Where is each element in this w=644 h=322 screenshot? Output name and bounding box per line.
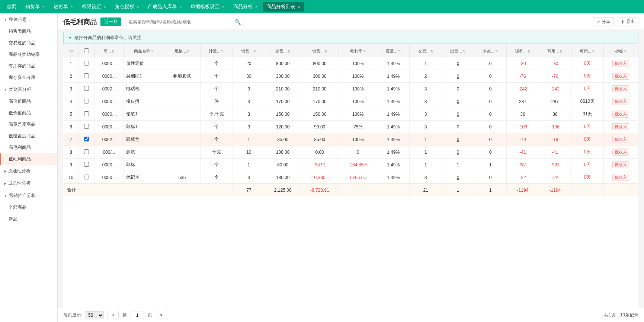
close-icon[interactable]: × xyxy=(298,5,300,9)
close-icon[interactable]: × xyxy=(137,5,139,9)
select-all-checkbox[interactable] xyxy=(84,48,89,53)
row-checkbox[interactable] xyxy=(79,108,94,121)
filter-recent-month-button[interactable]: 近一月 xyxy=(100,17,121,26)
nav-template-settings[interactable]: 单据模板设置 × xyxy=(187,2,228,12)
sidebar-item-traded-products[interactable]: 交易过的商品 xyxy=(0,37,57,49)
row-view1[interactable]: 0 xyxy=(442,83,474,95)
row-tag: 低收入 xyxy=(603,121,638,133)
sidebar-item-low-value[interactable]: 低价值商品 xyxy=(0,107,57,119)
sidebar-item-low-margin[interactable]: 低毛利商品 xyxy=(0,153,57,165)
row-checkbox[interactable] xyxy=(79,83,94,95)
nav-purchase-order[interactable]: 进货单 × xyxy=(50,2,77,12)
row-checkbox[interactable] xyxy=(79,95,94,108)
sidebar-group-liquidity-analysis[interactable]: ▶ 流通性分析 xyxy=(0,165,57,177)
sidebar-group-growth-analysis[interactable]: ▶ 成长性分析 xyxy=(0,177,57,189)
close-icon[interactable]: × xyxy=(42,5,45,9)
close-icon[interactable]: × xyxy=(255,5,257,9)
sidebar-item-all-products[interactable]: 全部商品 xyxy=(0,202,57,213)
page-size-select[interactable]: 20 50 100 xyxy=(85,311,104,319)
row-sales-qty: 3 xyxy=(233,95,265,108)
nav-product-analysis-list[interactable]: 商品分析列表 × xyxy=(263,2,304,12)
search-box: 🔍 xyxy=(125,18,244,26)
table-row: 7 0002... 鼠标垫 个 1 35.00 35.00 100% 1.49%… xyxy=(63,133,638,146)
nav-role-auth[interactable]: 角色授权 × xyxy=(111,2,143,12)
row-available: -981 xyxy=(539,159,571,171)
table-header-row: ⚙ 商...⇅ 商品名称⇅ 规格...⇅ 计量...⇅ 销售...⇅ 销售...… xyxy=(63,45,638,57)
row-sales-qty: 1 xyxy=(233,159,265,171)
row-spec xyxy=(164,121,201,133)
row-coverage: 1.49% xyxy=(377,159,410,171)
row-view1[interactable]: 0 xyxy=(442,121,474,133)
row-saleable-days: 31天 xyxy=(571,108,603,121)
row-view1[interactable]: 1 xyxy=(442,159,474,171)
close-icon[interactable]: × xyxy=(71,5,73,9)
sidebar-item-high-coverage[interactable]: 高覆盖度商品 xyxy=(0,119,57,130)
row-checkbox[interactable] xyxy=(79,171,94,184)
row-name[interactable]: 电话机 xyxy=(124,83,164,95)
sidebar-item-category-sales-rate[interactable]: 商品分类助销率 xyxy=(0,49,57,60)
close-icon[interactable]: × xyxy=(179,5,182,9)
page-size-label: 每页显示 xyxy=(63,312,81,318)
sidebar-item-high-value[interactable]: 高价值商品 xyxy=(0,96,57,107)
col-view2: 浏览...⇅ xyxy=(474,45,507,57)
row-checkbox[interactable] xyxy=(79,159,94,171)
next-page-button[interactable]: ＞ xyxy=(156,311,167,319)
row-sales-amount: 300.00 xyxy=(301,70,339,83)
row-unit: 个 xyxy=(200,70,233,83)
row-view2: 0 xyxy=(474,83,507,95)
row-name[interactable]: 鼠标1 xyxy=(124,121,164,133)
chevron-right-icon: ▶ xyxy=(4,169,7,173)
row-view1[interactable]: 0 xyxy=(442,133,474,146)
row-view1[interactable]: 0 xyxy=(442,108,474,121)
row-spec: 参加复试 xyxy=(164,70,201,83)
sidebar-item-sales-products[interactable]: 销售类商品 xyxy=(0,26,57,37)
nav-product-inbound[interactable]: 产成品入库单 × xyxy=(144,2,185,12)
row-sales-price: 120.00 xyxy=(265,121,301,133)
row-view1[interactable]: 0 xyxy=(442,146,474,159)
sidebar-item-new-products[interactable]: 新品 xyxy=(0,213,57,225)
export-button[interactable]: ⬆ 导出 xyxy=(618,17,638,26)
row-checkbox[interactable] xyxy=(79,57,94,70)
row-name[interactable]: 鼠标 xyxy=(124,159,164,171)
nav-sales-order[interactable]: 销货单 × xyxy=(22,2,48,12)
search-icon[interactable]: 🔍 xyxy=(234,19,241,25)
row-name[interactable]: 属性定价 xyxy=(124,57,164,70)
row-checkbox[interactable] xyxy=(79,70,94,83)
nav-permission-settings[interactable]: 权限设置 × xyxy=(78,2,110,12)
col-coverage: 覆盖...⇅ xyxy=(377,45,410,57)
share-button[interactable]: ↗ 分享 xyxy=(593,17,614,26)
sidebar-group-overall-info[interactable]: ▼ 整体信息 xyxy=(0,13,57,26)
row-name[interactable]: 橡皮擦 xyxy=(124,95,164,108)
row-name[interactable]: 吴细细1 xyxy=(124,70,164,83)
nav-product-analysis[interactable]: 商品分析 × xyxy=(230,2,261,12)
sidebar-item-in-stock-products[interactable]: 有库存的商品 xyxy=(0,60,57,72)
prev-page-button[interactable]: ＜ xyxy=(108,311,119,319)
row-unit: 个 xyxy=(200,159,233,171)
row-view1[interactable]: 0 xyxy=(442,57,474,70)
row-name[interactable]: 测试 xyxy=(124,146,164,159)
row-view1[interactable]: 0 xyxy=(442,70,474,83)
row-name[interactable]: 笔记本 xyxy=(124,171,164,184)
nav-home[interactable]: 首页 xyxy=(3,2,20,12)
sidebar-item-inventory-capital[interactable]: 库存资金占用 xyxy=(0,72,57,83)
page-number-input[interactable] xyxy=(131,312,144,319)
search-input[interactable] xyxy=(128,19,234,25)
row-checkbox[interactable] xyxy=(79,146,94,159)
row-view1[interactable]: 0 xyxy=(442,171,474,184)
sidebar-item-low-coverage[interactable]: 低覆盖度商品 xyxy=(0,130,57,142)
col-code: 商...⇅ xyxy=(94,45,124,57)
sidebar-item-high-margin[interactable]: 高毛利商品 xyxy=(0,142,57,153)
row-name[interactable]: 铅笔1 xyxy=(124,108,164,121)
row-name[interactable]: 鼠标垫 xyxy=(124,133,164,146)
row-view1[interactable]: 0 xyxy=(442,95,474,108)
col-settings[interactable]: ⚙ xyxy=(63,45,79,57)
sidebar-group-wealth-analysis[interactable]: ▼ 类财富分析 xyxy=(0,83,57,96)
row-checkbox[interactable] xyxy=(79,133,94,146)
row-checkbox[interactable] xyxy=(79,121,94,133)
close-icon[interactable]: × xyxy=(222,5,224,9)
close-icon[interactable]: × xyxy=(104,5,106,9)
row-tag: 低收入 xyxy=(603,171,638,184)
row-coverage: 1.49% xyxy=(377,171,410,184)
row-coverage: 1.49% xyxy=(377,57,410,70)
sidebar-group-marketing-analysis[interactable]: ▼ 营销推广分析 xyxy=(0,189,57,202)
